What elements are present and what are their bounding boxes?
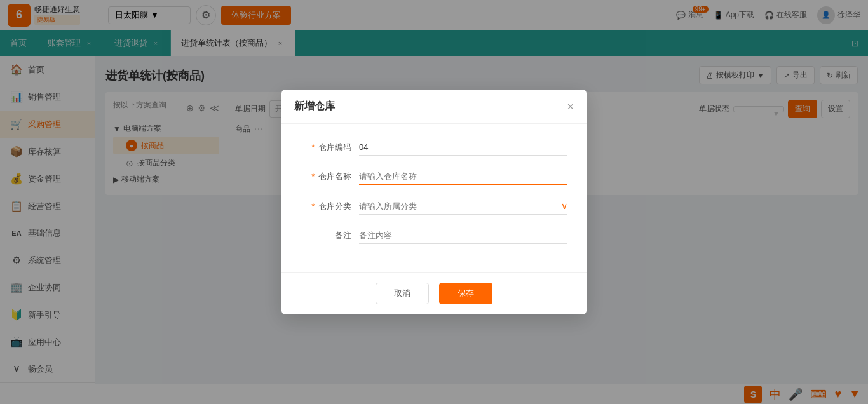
category-dropdown-arrow[interactable]: ∨ bbox=[561, 201, 567, 211]
form-row-code: * 仓库编码 bbox=[301, 139, 567, 156]
modal-body: * 仓库编码 * 仓库名称 * 仓库分类 ∨ bbox=[281, 124, 587, 272]
new-warehouse-modal: 新增仓库 × * 仓库编码 * 仓库名称 * 仓库分类 bbox=[281, 90, 587, 314]
form-row-remark: 备注 bbox=[301, 227, 567, 244]
save-button[interactable]: 保存 bbox=[439, 283, 492, 304]
modal-header: 新增仓库 × bbox=[281, 90, 587, 124]
form-row-category: * 仓库分类 ∨ bbox=[301, 198, 567, 215]
code-label: * 仓库编码 bbox=[301, 142, 351, 153]
name-label: * 仓库名称 bbox=[301, 171, 351, 182]
category-select[interactable]: ∨ bbox=[359, 198, 567, 215]
remark-input[interactable] bbox=[359, 227, 567, 244]
warehouse-code-input[interactable] bbox=[359, 139, 567, 156]
category-label: * 仓库分类 bbox=[301, 201, 351, 212]
warehouse-name-input[interactable] bbox=[359, 168, 567, 185]
remark-label: 备注 bbox=[301, 230, 351, 241]
modal-close-button[interactable]: × bbox=[567, 101, 574, 112]
category-input[interactable] bbox=[359, 201, 561, 211]
modal-title: 新增仓库 bbox=[294, 100, 335, 113]
form-row-name: * 仓库名称 bbox=[301, 168, 567, 185]
cancel-button[interactable]: 取消 bbox=[376, 283, 429, 304]
modal-footer: 取消 保存 bbox=[281, 272, 587, 314]
